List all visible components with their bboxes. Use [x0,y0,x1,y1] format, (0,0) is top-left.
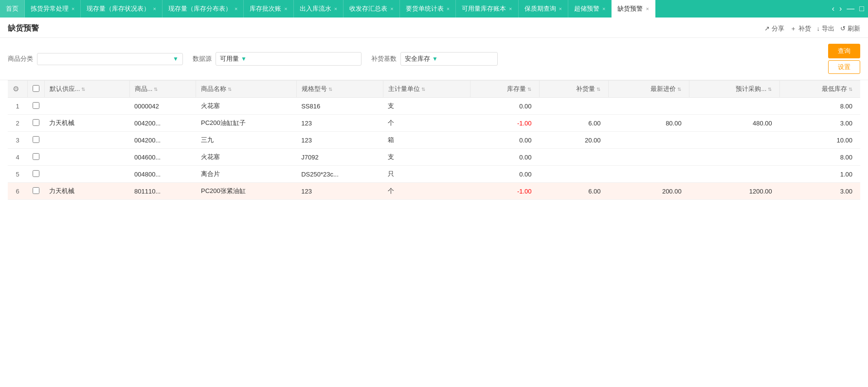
replenish-qty-sort-icon[interactable]: ⇅ [597,87,600,92]
tab-close-expiry-query[interactable]: × [559,6,562,12]
filter-area: 商品分类 ▼ 数据源 可用量 ▼ 补货基数 安全库存 ▼ 查询 设置 [0,38,868,80]
tab-close-overstock[interactable]: × [602,6,605,12]
row-min-stock-4: 8.00 [780,149,860,166]
row-estimated-purchase-3 [689,132,780,149]
latest-price-sort-icon[interactable]: ⇅ [677,87,681,92]
row-checkbox-cell-4 [27,149,44,166]
row-product-code-1: 0000042 [129,98,196,115]
row-stock-6: -1.00 [470,183,539,200]
tab-overstock[interactable]: 超储预警× [568,0,612,18]
tab-label-overstock: 超储预警 [574,4,599,13]
column-settings-button[interactable]: ⚙ [13,85,19,93]
row-checkbox-1[interactable] [33,102,39,109]
tab-label-home: 首页 [6,4,18,13]
tab-close-inventory-dist[interactable]: × [235,6,237,12]
tab-home[interactable]: 首页 [0,0,25,18]
product-code-sort-icon[interactable]: ⇅ [154,87,158,92]
table-row: 2 力天机械 004200... PC200油缸缸子 123 个 -1.00 6… [8,115,860,132]
settings-button[interactable]: 设置 [828,60,860,74]
tab-close-batch-account[interactable]: × [284,6,287,12]
row-product-code-4: 004600... [129,149,196,166]
tab-close-collect-summary[interactable]: × [390,6,393,12]
query-button[interactable]: 查询 [828,44,860,58]
spec-sort-icon[interactable]: ⇅ [328,87,332,92]
col-latest-price: 最新进价 ⇅ [609,81,689,98]
col-supplier: 默认供应... ⇅ [44,81,129,98]
supplier-sort-icon[interactable]: ⇅ [81,87,85,92]
datasource-select[interactable]: 可用量 ▼ [216,52,362,66]
select-all-checkbox[interactable] [33,85,39,92]
row-num-1: 1 [8,98,27,115]
tab-close-available-ledger[interactable]: × [509,6,512,12]
tab-inventory-dist[interactable]: 现存量（库存分布表）× [163,0,244,18]
unit-sort-icon[interactable]: ⇅ [421,87,425,92]
row-estimated-purchase-5 [689,166,780,183]
row-stock-1: 0.00 [470,98,539,115]
row-product-name-1: 火花塞 [196,98,296,115]
tab-close-abnormal[interactable]: × [72,6,74,12]
tab-minimize-button[interactable]: — [845,4,856,14]
refresh-button[interactable]: ↺ 刷新 [840,24,860,33]
tab-expiry-query[interactable]: 保质期查询× [519,0,568,18]
tab-navigation: ‹ › — □ [828,4,868,14]
row-spec-4: J7092 [296,149,383,166]
tab-collect-summary[interactable]: 收发存汇总表× [344,0,399,18]
replenish-button[interactable]: ＋ 补货 [790,24,811,33]
tab-maximize-button[interactable]: □ [857,4,866,14]
row-replenish-qty-1 [540,98,609,115]
category-select[interactable]: ▼ [37,53,183,65]
export-icon: ↓ [817,25,820,32]
replenish-base-chevron-icon: ▼ [432,55,438,62]
row-checkbox-6[interactable] [33,187,39,194]
tab-inventory-status[interactable]: 现存量（库存状况表）× [81,0,162,18]
category-chevron-icon: ▼ [173,55,179,62]
row-unit-3: 箱 [383,132,470,149]
tab-prev-button[interactable]: ‹ [830,4,836,14]
row-spec-1: SS816 [296,98,383,115]
tab-order-stats[interactable]: 要货单统计表× [400,0,456,18]
replenish-base-label: 补货基数 [371,54,397,63]
row-unit-1: 支 [383,98,470,115]
row-product-code-2: 004200... [129,115,196,132]
row-product-name-5: 离合片 [196,166,296,183]
page-title: 缺货预警 [8,23,764,34]
datasource-select-value: 可用量 [220,54,239,63]
share-button[interactable]: ↗ 分享 [764,24,784,33]
tab-inout-flow[interactable]: 出入库流水× [294,0,344,18]
row-unit-2: 个 [383,115,470,132]
filter-group-replenish-base: 补货基数 安全库存 ▼ [371,52,498,66]
row-checkbox-5[interactable] [33,170,39,177]
row-estimated-purchase-2: 480.00 [689,115,780,132]
replenish-base-select[interactable]: 安全库存 ▼ [400,52,498,66]
refresh-icon: ↺ [840,25,846,32]
tab-close-order-stats[interactable]: × [447,6,450,12]
col-product-name: 商品名称 ⇅ [196,81,296,98]
row-spec-5: DS250*23c... [296,166,383,183]
tab-available-ledger[interactable]: 可用量库存账本× [456,0,518,18]
row-checkbox-2[interactable] [33,119,39,126]
tab-next-button[interactable]: › [837,4,844,14]
table-row: 5 004800... 离合片 DS250*23c... 只 0.00 1.00 [8,166,860,183]
stock-sort-icon[interactable]: ⇅ [527,87,531,92]
min-stock-sort-icon[interactable]: ⇅ [849,87,852,92]
tab-close-shortage[interactable]: × [646,6,649,12]
row-checkbox-4[interactable] [33,153,39,160]
row-num-6: 6 [8,183,27,200]
row-latest-price-5 [609,166,689,183]
tab-close-inventory-status[interactable]: × [153,6,156,12]
row-min-stock-1: 8.00 [780,98,860,115]
product-name-sort-icon[interactable]: ⇅ [228,87,232,92]
tab-shortage[interactable]: 缺货预警× [612,0,655,18]
export-button[interactable]: ↓ 导出 [817,24,835,33]
tab-close-inout-flow[interactable]: × [334,6,337,12]
row-checkbox-3[interactable] [33,136,39,143]
row-latest-price-6: 200.00 [609,183,689,200]
row-supplier-4 [44,149,129,166]
estimated-purchase-sort-icon[interactable]: ⇅ [768,87,772,92]
row-min-stock-6: 3.00 [780,183,860,200]
table-container: ⚙ 默认供应... ⇅ 商品... ⇅ [0,80,868,208]
tab-batch-account[interactable]: 库存批次账× [244,0,293,18]
tab-abnormal[interactable]: 拣货异常处理× [25,0,81,18]
row-min-stock-2: 3.00 [780,115,860,132]
row-replenish-qty-6: 6.00 [540,183,609,200]
